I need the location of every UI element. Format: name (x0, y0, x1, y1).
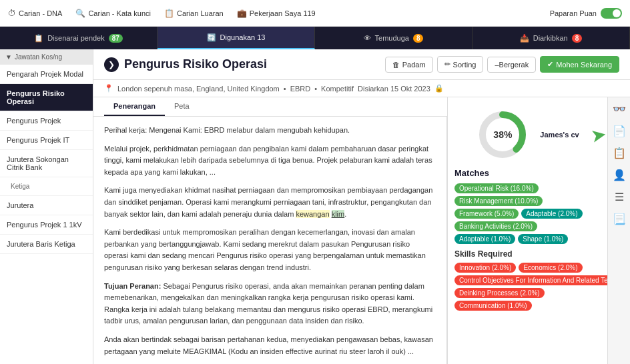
tab-temuduga[interactable]: 👁 Temuduga 8 (315, 27, 472, 49)
tab-bar: Penerangan Peta (93, 97, 447, 117)
sorting-button[interactable]: ✏ Sorting (437, 56, 484, 73)
job-title-row: ❯ Pengurus Risiko Operasi (104, 57, 267, 72)
job-body: Penerangan Peta Perihal kerja: Mengenai … (93, 97, 630, 364)
arrow-cursor-icon: ➤ (589, 123, 607, 147)
glasses-icon[interactable]: 👓 (613, 103, 626, 115)
desc-para-1: Perihal kerja: Mengenai Kami: EBRD melab… (104, 125, 436, 137)
skill-required-tags: Innovation (2.0%) Economics (2.0%) Contr… (454, 263, 601, 311)
tab-diarkibkan[interactable]: 📥 Diarkibkan 8 (472, 27, 630, 49)
disenarai-icon: 📋 (34, 34, 43, 43)
nav-carian-dna[interactable]: ⏱ Carian - DNA (8, 9, 62, 18)
match-tag-5: Adaptable (1.0%) (454, 234, 515, 244)
papar-puan-container: Paparan Puan (550, 8, 622, 19)
match-tag-0: Operational Risk (16.0%) (454, 183, 539, 193)
job-type: Kompetitif (321, 85, 354, 93)
right-icon-bar: 👓 📄 📋 👤 ☰ 📃 (607, 97, 630, 364)
briefcase-icon: 💼 (237, 9, 247, 18)
desc-para-6: Anda akan bertindak sebagai barisan pert… (104, 334, 436, 357)
desc-para-5: Tujuan Peranan: Sebagai Pengurus risiko … (104, 281, 436, 327)
digunakan-icon: 🔄 (207, 33, 216, 42)
tab-disenarai[interactable]: 📋 Disenarai pendek 87 (0, 27, 158, 49)
timer-icon: ⏱ (8, 9, 16, 18)
content-area: ❯ Pengurus Risiko Operasi 🗑 Padam ✏ Sort… (93, 49, 630, 364)
diarkibkan-badge: 8 (572, 34, 583, 43)
sidebar-item-ketiga: Ketiga (0, 177, 93, 196)
sidebar-item-pengarah[interactable]: Pengarah Projek Modal (0, 65, 93, 84)
highlight-klim: klim (332, 210, 345, 218)
sidebar-item-jurutera[interactable]: Jurutera (0, 196, 93, 215)
job-actions: 🗑 Padam ✏ Sorting –Bergerak ✔ Mohen Seka… (385, 56, 619, 73)
match-tag-4: Banking Activities (2.0%) (454, 221, 537, 231)
doc3-icon[interactable]: 📃 (613, 213, 626, 225)
person-icon[interactable]: 👤 (613, 169, 626, 181)
clipboard-icon: 📋 (164, 9, 174, 18)
sidebar-item-pengurus-it[interactable]: Pengurus Projek IT (0, 131, 93, 150)
job-org: EBRD (290, 85, 311, 93)
check-icon: ✔ (547, 60, 553, 69)
sidebar-item-pengurus-1kv[interactable]: Pengurus Projek 1 1kV (0, 215, 93, 235)
match-score: 38% James's cv ➤ (448, 97, 607, 168)
description-panel: Penerangan Peta Perihal kerja: Mengenai … (93, 97, 447, 364)
document-icon[interactable]: 📄 (613, 125, 626, 137)
match-tags: Operational Risk (16.0%) Risk Management… (454, 183, 601, 244)
top-nav: ⏱ Carian - DNA 🔍 Carian - Kata kunci 📋 C… (0, 0, 630, 27)
cv-label: James's cv (540, 131, 579, 139)
nav-carian-luaran[interactable]: 📋 Carian Luaran (164, 9, 224, 18)
desc-para-2: Melalui projek, perkhidmatan perniagaan … (104, 143, 436, 179)
lock-icon: 🔒 (434, 84, 444, 93)
desc-para-4: Kami berdedikasi untuk mempromosikan per… (104, 227, 436, 273)
papar-puan-toggle[interactable] (601, 8, 622, 19)
sidebar-header-icon: ▼ (5, 53, 12, 61)
match-tag-3: Adaptable (2.0%) (521, 209, 582, 219)
temuduga-badge: 8 (413, 34, 424, 43)
main-layout: ▼ Jawatan Kos/ng Pengarah Projek Modal P… (0, 49, 630, 364)
job-description: Perihal kerja: Mengenai Kami: EBRD melab… (93, 117, 447, 364)
sidebar-item-pengurus-risiko[interactable]: Pengurus Risiko Operasi (0, 84, 93, 111)
tab-digunakan[interactable]: 🔄 Digunakan 13 (158, 27, 315, 49)
right-panel: 38% James's cv ➤ Matches Operational Ris… (447, 97, 607, 364)
nav-carian-kata[interactable]: 🔍 Carian - Kata kunci (75, 9, 151, 18)
sorting-icon: ✏ (444, 60, 450, 69)
job-location: London sepenuh masa, England, United Kin… (117, 85, 280, 93)
sidebar-item-pengurus-projek[interactable]: Pengurus Projek (0, 111, 93, 131)
document2-icon[interactable]: 📋 (613, 147, 626, 159)
padam-icon: 🗑 (392, 61, 400, 69)
list-icon[interactable]: ☰ (615, 191, 624, 203)
skill-tag-3: Deinking Processes (2.0%) (454, 288, 545, 298)
sidebar-header[interactable]: ▼ Jawatan Kos/ng (0, 49, 93, 65)
location-icon: 📍 (104, 84, 113, 93)
diarkibkan-icon: 📥 (520, 34, 529, 43)
nav-pekerjaan-saya[interactable]: 💼 Pekerjaan Saya 119 (237, 9, 316, 18)
disenarai-badge: 87 (109, 34, 123, 43)
sidebar-item-jurutera-sokongan[interactable]: Jurutera Sokongan Citrik Bank (0, 150, 93, 177)
match-tag-6: Shape (1.0%) (518, 234, 568, 244)
job-header: ❯ Pengurus Risiko Operasi 🗑 Padam ✏ Sort… (93, 49, 630, 80)
highlight-kewangan: kewangan (296, 210, 329, 218)
sidebar-item-jurutera-baris[interactable]: Jurutera Baris Ketiga (0, 235, 93, 254)
mohen-button[interactable]: ✔ Mohen Sekarang (540, 56, 619, 73)
match-tag-1: Risk Management (10.0%) (454, 196, 543, 206)
sidebar: ▼ Jawatan Kos/ng Pengarah Projek Modal P… (0, 49, 93, 364)
filter-tabs: 📋 Disenarai pendek 87 🔄 Digunakan 13 👁 T… (0, 27, 630, 49)
skills-required-title: Skills Required (454, 249, 601, 259)
skill-tag-1: Economics (2.0%) (519, 263, 582, 273)
skill-tag-0: Innovation (2.0%) (454, 263, 516, 273)
matches-title: Matches (454, 168, 601, 178)
search-icon: 🔍 (75, 9, 85, 18)
bergerak-button[interactable]: –Bergerak (487, 57, 536, 73)
donut-chart: 38% (476, 108, 529, 161)
cv-label-wrapper: James's cv ➤ (540, 131, 579, 139)
skill-tag-2: Control Objectives For Information And R… (454, 275, 607, 285)
padam-button[interactable]: 🗑 Padam (385, 57, 433, 73)
match-tag-2: Framework (5.0%) (454, 209, 519, 219)
job-posted: Disiarkan 15 Okt 2023 (358, 85, 430, 93)
matches-section: Matches Operational Risk (16.0%) Risk Ma… (448, 168, 607, 323)
tab-penerangan[interactable]: Penerangan (104, 97, 165, 116)
temuduga-icon: 👁 (364, 34, 371, 42)
job-title: Pengurus Risiko Operasi (124, 57, 267, 71)
skill-tag-4: Communication (1.0%) (454, 301, 532, 311)
tab-peta[interactable]: Peta (165, 97, 199, 116)
match-percent: 38% (493, 129, 512, 140)
job-nav-icon: ❯ (104, 57, 119, 72)
desc-para-3: Kami juga menyediakan khidmat nasihat pe… (104, 185, 436, 220)
